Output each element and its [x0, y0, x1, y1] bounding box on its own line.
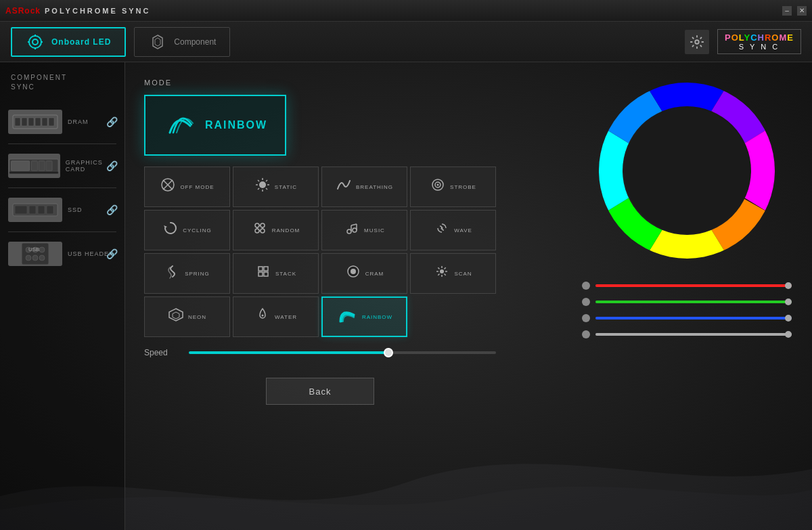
red-slider-dot: [582, 282, 590, 290]
stack-icon: [255, 263, 271, 284]
blue-slider-row: [582, 314, 792, 322]
mode-btn-music[interactable]: MUSIC: [321, 210, 407, 250]
svg-text:USB: USB: [28, 246, 39, 252]
red-slider-track[interactable]: [595, 284, 792, 287]
breathing-icon: [336, 177, 352, 197]
svg-rect-19: [9, 171, 58, 174]
speed-slider-track[interactable]: [189, 351, 496, 354]
svg-point-30: [32, 255, 38, 261]
off-mode-icon: [160, 177, 176, 197]
svg-rect-16: [31, 161, 37, 171]
speed-control: Speed: [144, 348, 496, 357]
mode-btn-spring[interactable]: SPRING: [144, 253, 230, 294]
random-label: RANDOM: [272, 227, 300, 234]
scan-label: SCAN: [454, 271, 472, 277]
mode-btn-strobe[interactable]: STROBE: [410, 167, 496, 207]
sidebar-divider-2: [8, 187, 116, 188]
close-button[interactable]: ✕: [797, 6, 807, 16]
music-icon: [344, 220, 360, 240]
mode-btn-neon[interactable]: NEON: [144, 296, 230, 337]
svg-line-42: [266, 188, 267, 190]
svg-rect-12: [42, 118, 47, 126]
white-slider-thumb[interactable]: [785, 331, 792, 338]
svg-point-57: [353, 228, 357, 232]
mode-btn-scan[interactable]: SCAN: [410, 253, 496, 294]
svg-point-79: [262, 315, 264, 317]
sidebar-item-usb-header[interactable]: USB USB HEADER 🔗: [0, 235, 125, 273]
mode-btn-rainbow[interactable]: RAINBOW: [321, 296, 407, 337]
green-slider-dot: [582, 298, 590, 306]
mode-btn-cram[interactable]: CRAM: [321, 253, 407, 294]
settings-button[interactable]: [685, 30, 709, 54]
minimize-button[interactable]: –: [782, 6, 792, 16]
asrock-logo: ASRock: [5, 6, 41, 16]
tab-component[interactable]: Component: [134, 27, 230, 57]
music-label: MUSIC: [364, 227, 385, 234]
white-slider-dot: [582, 330, 590, 338]
white-slider-track[interactable]: [595, 333, 792, 336]
mode-btn-off[interactable]: OFF MODE: [144, 167, 230, 207]
ssd-link-icon: 🔗: [106, 204, 118, 215]
svg-rect-23: [38, 206, 45, 214]
random-icon: [252, 220, 268, 240]
title-bar: ASRock POLYCHROME SYNC – ✕: [0, 0, 812, 22]
tab-onboard-led[interactable]: Onboard LED: [11, 27, 126, 57]
app-container: Onboard LED Component POLYCHROME: [0, 22, 812, 530]
speed-slider-thumb[interactable]: [384, 348, 393, 357]
neon-icon: [168, 307, 184, 327]
green-slider-thumb[interactable]: [785, 299, 792, 305]
mode-btn-breathing[interactable]: BREATHING: [321, 167, 407, 207]
static-icon: [254, 177, 271, 197]
svg-point-67: [351, 269, 356, 274]
breathing-label: BREATHING: [356, 184, 393, 190]
green-slider-track[interactable]: [595, 301, 792, 303]
sidebar-divider-1: [8, 143, 116, 144]
svg-rect-13: [49, 118, 54, 126]
svg-marker-78: [173, 312, 179, 319]
svg-point-56: [347, 229, 351, 234]
sidebar-item-graphics-card[interactable]: Graphics Card 🔗: [0, 147, 125, 185]
polychrome-logo: POLYCHROME S Y N C: [717, 29, 801, 54]
mode-btn-static[interactable]: STATIC: [233, 167, 319, 207]
mode-btn-wave[interactable]: WAVE: [410, 210, 496, 250]
component-icon: [148, 32, 167, 51]
svg-point-28: [39, 247, 45, 252]
svg-rect-64: [258, 272, 263, 276]
svg-line-43: [258, 188, 259, 190]
tab-onboard-led-label: Onboard LED: [51, 37, 111, 47]
sidebar-item-dram[interactable]: DRAM 🔗: [0, 103, 125, 141]
rainbow-label-active: RAINBOW: [362, 314, 392, 320]
empty-cell: [410, 296, 496, 337]
blue-slider-thumb[interactable]: [785, 315, 792, 322]
color-wheel[interactable]: [592, 76, 782, 265]
water-icon: [254, 307, 271, 327]
red-slider-thumb[interactable]: [785, 282, 792, 289]
tab-component-label: Component: [174, 37, 216, 47]
svg-line-44: [266, 180, 267, 181]
svg-point-50: [255, 229, 259, 233]
mode-btn-cycling[interactable]: CYCLING: [144, 210, 230, 250]
mode-btn-random[interactable]: RANDOM: [233, 210, 319, 250]
right-panel: [562, 62, 812, 530]
static-label: STATIC: [275, 184, 297, 190]
blue-slider-track[interactable]: [595, 317, 792, 319]
svg-point-1: [32, 39, 38, 45]
sidebar-item-ssd[interactable]: SSD 🔗: [0, 191, 125, 229]
title-bar-controls: – ✕: [782, 6, 807, 16]
wave-icon: [434, 220, 450, 240]
graphics-link-icon: 🔗: [106, 160, 118, 171]
off-mode-label: OFF MODE: [180, 184, 214, 190]
strobe-icon: [430, 177, 446, 197]
ssd-image: [8, 198, 62, 222]
svg-point-82: [624, 108, 750, 234]
red-slider-row: [582, 282, 792, 290]
dram-link-icon: 🔗: [106, 116, 118, 127]
dram-label: DRAM: [68, 118, 89, 125]
water-label: WATER: [275, 314, 297, 320]
mode-btn-stack[interactable]: STACK: [233, 253, 319, 294]
mode-btn-water[interactable]: WATER: [233, 296, 319, 337]
svg-point-6: [695, 40, 699, 44]
back-button[interactable]: Back: [266, 378, 374, 405]
svg-rect-9: [22, 118, 27, 126]
svg-rect-22: [29, 206, 36, 214]
